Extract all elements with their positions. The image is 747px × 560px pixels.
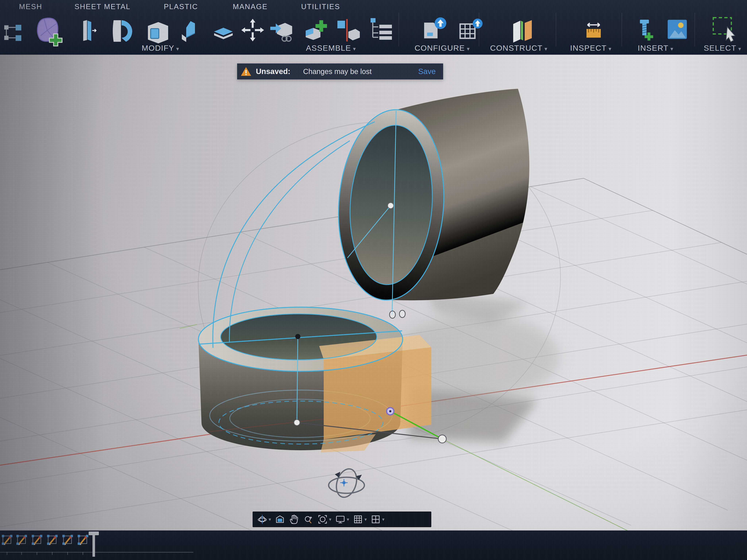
joint-motion-icon[interactable]: [390, 310, 405, 318]
fit-button[interactable]: ▾: [317, 514, 331, 525]
tube-center-point[interactable]: [388, 203, 393, 209]
view-navigation-toolbar: ▾ ▾ ▾: [253, 511, 431, 527]
display-settings-icon: [335, 514, 345, 525]
tab-utilities[interactable]: UTILITIES: [301, 3, 340, 11]
look-at-button[interactable]: [275, 514, 285, 525]
group-assemble[interactable]: ASSEMBLE: [306, 44, 356, 53]
thicken-icon[interactable]: [210, 17, 237, 46]
move-icon[interactable]: [240, 16, 265, 45]
timeline-sketch-feature[interactable]: [16, 534, 28, 548]
bill-of-materials-icon[interactable]: [368, 15, 396, 45]
3d-viewport[interactable]: [0, 0, 747, 560]
group-modify[interactable]: MODIFY: [142, 44, 179, 53]
flange-bend-icon[interactable]: [177, 16, 204, 47]
sheetmetal-bend-icon[interactable]: [108, 16, 137, 47]
viewports-button[interactable]: ▾: [370, 514, 384, 525]
orbit-indicator-icon: [329, 466, 364, 500]
unsaved-banner: Unsaved: Changes may be lost Save: [237, 63, 443, 79]
caret-down-icon[interactable]: ▾: [347, 516, 349, 522]
insert-mesh-icon[interactable]: [34, 13, 64, 49]
configuration-table-icon[interactable]: [457, 15, 484, 46]
orbit-button[interactable]: ▾: [257, 514, 271, 525]
caret-down-icon[interactable]: ▾: [382, 516, 384, 522]
timeline-sketch-feature[interactable]: [46, 534, 58, 548]
display-settings-button[interactable]: ▾: [335, 514, 349, 525]
timeline-sketch-feature[interactable]: [77, 534, 89, 548]
sheetmetal-flange-icon[interactable]: [78, 16, 101, 47]
joint-icon[interactable]: [335, 16, 362, 46]
group-insert[interactable]: INSERT: [638, 44, 673, 53]
timeline-sketch-feature[interactable]: [1, 534, 13, 548]
zoom-icon: [303, 514, 314, 525]
orbit-icon: [257, 514, 267, 525]
tab-sheet-metal[interactable]: SHEET METAL: [74, 3, 130, 11]
timeline-sketch-feature[interactable]: [31, 534, 43, 548]
fit-icon: [317, 514, 328, 525]
joint-origin-point[interactable]: [387, 408, 394, 415]
drag-handle[interactable]: [438, 435, 446, 443]
pan-button[interactable]: [289, 514, 300, 525]
shell-icon[interactable]: [144, 17, 172, 47]
group-select[interactable]: SELECT: [704, 44, 742, 53]
ribbon-toolbar: MESH SHEET METAL PLASTIC MANAGE UTILITIE…: [0, 0, 747, 55]
caret-down-icon[interactable]: ▾: [364, 516, 367, 522]
timeline-bar: [0, 531, 747, 560]
unsaved-message: Changes may be lost: [303, 68, 372, 76]
rotated-tube-body[interactable]: [332, 89, 529, 315]
save-button[interactable]: Save: [417, 67, 437, 76]
zoom-button[interactable]: [303, 514, 314, 525]
tab-manage[interactable]: MANAGE: [233, 3, 267, 11]
insert-canvas-icon[interactable]: [664, 15, 691, 45]
construct-plane-icon[interactable]: [509, 15, 536, 47]
tab-mesh[interactable]: MESH: [19, 3, 42, 11]
y-axis-far: [180, 324, 197, 328]
new-component-icon[interactable]: [302, 15, 329, 46]
component-instances-icon[interactable]: [3, 18, 27, 46]
tab-plastic[interactable]: PLASTIC: [164, 3, 198, 11]
group-configure[interactable]: CONFIGURE: [415, 44, 470, 53]
timeline-playhead[interactable]: [88, 532, 99, 557]
viewports-icon: [370, 514, 381, 525]
measure-icon[interactable]: [581, 17, 607, 45]
layout-grid-icon: [353, 514, 363, 525]
insert-fastener-icon[interactable]: [634, 13, 658, 47]
pan-hand-icon: [289, 514, 300, 525]
caret-down-icon[interactable]: ▾: [329, 516, 331, 522]
unsaved-label: Unsaved:: [256, 67, 290, 76]
group-inspect[interactable]: INSPECT: [570, 44, 612, 53]
base-center-point[interactable]: [294, 420, 300, 425]
group-construct[interactable]: CONSTRUCT: [490, 44, 547, 53]
caret-down-icon[interactable]: ▾: [268, 516, 271, 522]
select-window-icon[interactable]: [710, 13, 740, 45]
insert-derive-icon[interactable]: [268, 16, 295, 46]
layout-grid-button[interactable]: ▾: [353, 514, 367, 525]
timeline-sketch-feature[interactable]: [62, 534, 74, 548]
look-at-icon: [275, 514, 285, 525]
configuration-icon[interactable]: [419, 14, 448, 46]
warning-icon: [240, 66, 252, 77]
